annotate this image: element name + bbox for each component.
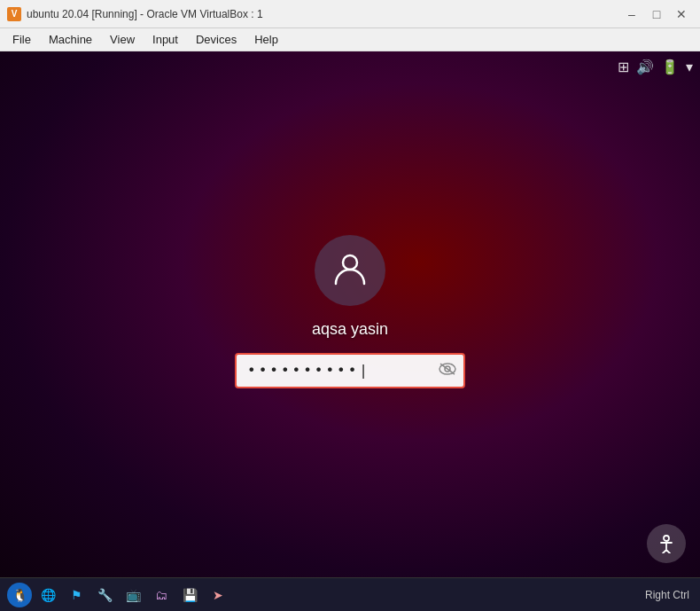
vm-statusbar: ⊞ 🔊 🔋 ▾ xyxy=(618,59,693,75)
titlebar-controls: – □ ✕ xyxy=(620,5,693,23)
svg-point-4 xyxy=(664,536,669,541)
taskbar-right-ctrl: Right Ctrl xyxy=(645,589,693,601)
titlebar-left: V ubuntu 20.04 [Running] - Oracle VM Vir… xyxy=(7,7,263,21)
taskbar-icon-network[interactable]: 🌐 xyxy=(35,583,60,607)
accessibility-button[interactable] xyxy=(647,524,686,563)
battery-status-icon[interactable]: 🔋 xyxy=(661,59,679,75)
menu-help[interactable]: Help xyxy=(245,31,287,48)
maximize-button[interactable]: □ xyxy=(645,5,668,23)
menu-file[interactable]: File xyxy=(4,31,40,48)
username-label: aqsa yasin xyxy=(312,320,388,339)
taskbar-icons: 🐧 🌐 ⚑ 🔧 📺 🗂 💾 ➤ xyxy=(7,583,230,607)
taskbar-icon-tools[interactable]: 🔧 xyxy=(92,583,117,607)
minimize-button[interactable]: – xyxy=(620,5,643,23)
vm-viewport: ⊞ 🔊 🔋 ▾ aqsa yasin xyxy=(0,51,700,577)
taskbar-icon-penguin[interactable]: 🐧 xyxy=(7,583,32,607)
taskbar: 🐧 🌐 ⚑ 🔧 📺 🗂 💾 ➤ Right Ctrl xyxy=(0,577,700,611)
taskbar-icon-display[interactable]: 📺 xyxy=(121,583,145,607)
taskbar-icon-files[interactable]: 🗂 xyxy=(149,583,174,607)
more-status-icon[interactable]: ▾ xyxy=(686,59,693,75)
menu-devices[interactable]: Devices xyxy=(187,31,245,48)
network-status-icon[interactable]: ⊞ xyxy=(618,59,629,75)
svg-point-0 xyxy=(343,255,357,270)
virtualbox-icon: V xyxy=(7,7,21,21)
avatar-circle xyxy=(315,235,385,306)
taskbar-icon-arrow[interactable]: ➤ xyxy=(206,583,230,607)
menu-machine[interactable]: Machine xyxy=(40,31,101,48)
eye-icon[interactable] xyxy=(439,362,456,380)
taskbar-icon-flag[interactable]: ⚑ xyxy=(64,583,89,607)
password-container xyxy=(235,353,465,388)
login-panel: aqsa yasin xyxy=(235,235,465,388)
window-title: ubuntu 20.04 [Running] - Oracle VM Virtu… xyxy=(27,8,263,20)
avatar-icon xyxy=(331,248,369,293)
menu-input[interactable]: Input xyxy=(144,31,187,48)
titlebar: V ubuntu 20.04 [Running] - Oracle VM Vir… xyxy=(0,0,700,28)
taskbar-icon-storage[interactable]: 💾 xyxy=(177,583,202,607)
menubar: File Machine View Input Devices Help xyxy=(0,28,700,51)
close-button[interactable]: ✕ xyxy=(670,5,693,23)
audio-status-icon[interactable]: 🔊 xyxy=(636,59,654,75)
menu-view[interactable]: View xyxy=(101,31,144,48)
password-input[interactable] xyxy=(235,353,465,388)
